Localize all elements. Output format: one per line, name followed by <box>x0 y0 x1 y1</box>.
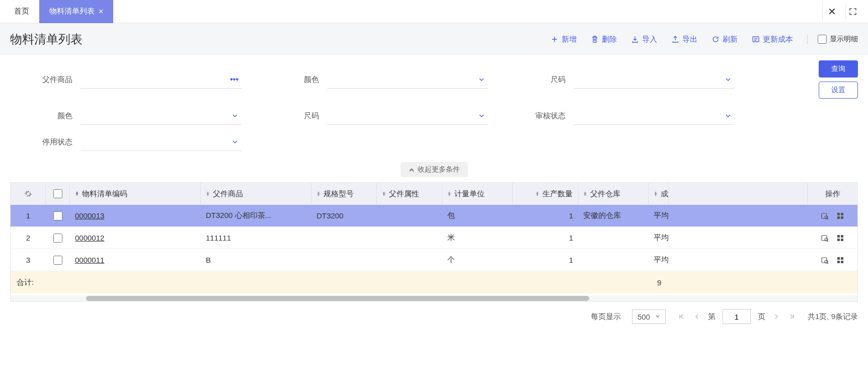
show-detail-checkbox[interactable]: 显示明细 <box>807 35 858 44</box>
code-link[interactable]: 0000011 <box>75 256 104 264</box>
more-icon: ••• <box>230 75 239 84</box>
delete-button[interactable]: 删除 <box>591 35 617 44</box>
sort-icon[interactable]: ▲▼ <box>75 191 79 196</box>
add-button[interactable]: 新增 <box>550 35 577 44</box>
filter-stop-input[interactable] <box>81 133 242 151</box>
show-detail-input[interactable] <box>818 35 827 44</box>
scrollbar-thumb[interactable] <box>86 296 589 301</box>
filter-color-input[interactable] <box>327 70 488 89</box>
page-input[interactable] <box>723 309 751 324</box>
table-footer: 合计: 9 <box>11 271 857 293</box>
close-icon[interactable]: × <box>99 7 103 16</box>
filter-stop: 停用状态 <box>10 133 242 151</box>
filter-audit-label: 审核状态 <box>503 111 574 121</box>
collapse-button[interactable]: 收起更多条件 <box>401 162 468 177</box>
svg-rect-18 <box>841 261 843 263</box>
filter-size2: 尺码 <box>257 107 488 125</box>
header-action: 操作 <box>825 189 840 199</box>
grid-icon[interactable] <box>837 235 844 242</box>
toolbar-actions: 新增 删除 导入 导出 刷新 更新成本 显示明细 <box>550 35 858 44</box>
horizontal-scrollbar[interactable] <box>11 295 857 301</box>
view-icon[interactable] <box>821 234 829 242</box>
prev-page-button[interactable] <box>693 313 701 321</box>
tab-home[interactable]: 首页 <box>4 0 39 23</box>
sort-icon[interactable]: ▲▼ <box>654 191 658 196</box>
import-button[interactable]: 导入 <box>631 35 657 44</box>
grid-icon[interactable] <box>837 212 844 219</box>
chevron-down-icon <box>725 76 732 83</box>
table-row[interactable]: 3 0000011 B 个 1 平均 <box>11 249 857 271</box>
header-code: 物料清单编码 <box>82 189 127 199</box>
row-checkbox[interactable] <box>53 256 62 265</box>
svg-rect-6 <box>841 216 843 219</box>
row-index: 2 <box>11 227 46 249</box>
export-button[interactable]: 导出 <box>671 35 697 44</box>
close-all-icon[interactable]: ✕ <box>822 3 841 21</box>
header-spec: 规格型号 <box>324 189 354 199</box>
cell-parent: B <box>201 249 311 271</box>
last-page-button[interactable] <box>787 312 797 321</box>
filter-color2-input[interactable] <box>81 107 242 125</box>
toolbar: 物料清单列表 新增 删除 导入 导出 刷新 更新成本 显示明细 <box>0 23 868 55</box>
filter-color2: 颜色 <box>10 107 242 125</box>
svg-rect-11 <box>837 239 840 241</box>
svg-rect-9 <box>837 235 840 238</box>
code-link[interactable]: 0000012 <box>75 234 104 242</box>
refresh-button[interactable]: 刷新 <box>712 35 738 44</box>
search-button[interactable]: 查询 <box>819 60 858 78</box>
view-icon[interactable] <box>821 256 829 264</box>
update-cost-button[interactable]: 更新成本 <box>752 35 793 44</box>
tabs-bar: 首页 物料清单列表 × ✕ <box>0 0 868 23</box>
cell-attr <box>377 249 442 271</box>
import-label: 导入 <box>642 35 657 44</box>
filter-size-label: 尺码 <box>503 75 574 85</box>
per-page-value: 500 <box>638 313 650 321</box>
chevron-up-icon <box>409 167 415 173</box>
filter-color2-label: 颜色 <box>10 111 81 121</box>
svg-rect-17 <box>837 261 840 263</box>
tab-active[interactable]: 物料清单列表 × <box>39 0 113 23</box>
next-page-button[interactable] <box>772 313 780 321</box>
table-row[interactable]: 1 0000013 DT3200 心相印茶... DT3200 包 1 安徽的仓… <box>11 205 857 227</box>
trash-icon <box>591 35 599 43</box>
select-all-checkbox[interactable] <box>53 189 62 198</box>
chevron-down-icon <box>478 112 485 119</box>
page-nav: 第 页 <box>677 309 797 324</box>
header-attr: 父件属性 <box>389 189 419 199</box>
per-page-select[interactable]: 500 <box>632 310 666 324</box>
sort-icon[interactable]: ▲▼ <box>535 191 539 196</box>
sort-icon[interactable]: ▲▼ <box>317 191 321 196</box>
svg-rect-3 <box>837 213 840 215</box>
filter-audit-input[interactable] <box>574 107 735 125</box>
settings-button[interactable]: 设置 <box>819 82 858 99</box>
row-checkbox[interactable] <box>53 211 62 220</box>
sort-icon[interactable]: ▲▼ <box>583 191 587 196</box>
row-index: 3 <box>11 249 46 271</box>
first-page-button[interactable] <box>677 312 686 321</box>
sort-icon[interactable]: ▲▼ <box>447 191 451 196</box>
code-link[interactable]: 0000013 <box>75 211 104 220</box>
filter-size2-input[interactable] <box>327 107 488 125</box>
table-body: 1 0000013 DT3200 心相印茶... DT3200 包 1 安徽的仓… <box>11 205 857 271</box>
table-row[interactable]: 2 0000012 111111 米 1 平均 <box>11 227 857 249</box>
filter-size-input[interactable] <box>574 70 735 89</box>
fullscreen-icon[interactable] <box>845 5 860 19</box>
svg-rect-15 <box>837 257 840 260</box>
cell-unit: 米 <box>442 227 513 249</box>
sort-icon[interactable]: ▲▼ <box>206 191 210 196</box>
cell-cut: 平均 <box>649 205 669 226</box>
svg-rect-16 <box>841 257 843 260</box>
page-suffix: 页 <box>758 312 765 322</box>
header-qty: 生产数量 <box>542 189 573 199</box>
refresh-label: 刷新 <box>723 35 738 44</box>
cell-warehouse <box>578 227 649 249</box>
filter-size: 尺码 <box>503 70 735 89</box>
sort-icon[interactable]: ▲▼ <box>382 191 386 196</box>
gear-icon[interactable] <box>24 190 32 198</box>
row-checkbox[interactable] <box>53 234 62 243</box>
cell-cut: 平均 <box>649 249 669 271</box>
view-icon[interactable] <box>821 212 829 220</box>
filter-parent-input[interactable]: ••• <box>81 70 242 89</box>
grid-icon[interactable] <box>837 257 844 264</box>
svg-rect-10 <box>841 235 843 238</box>
